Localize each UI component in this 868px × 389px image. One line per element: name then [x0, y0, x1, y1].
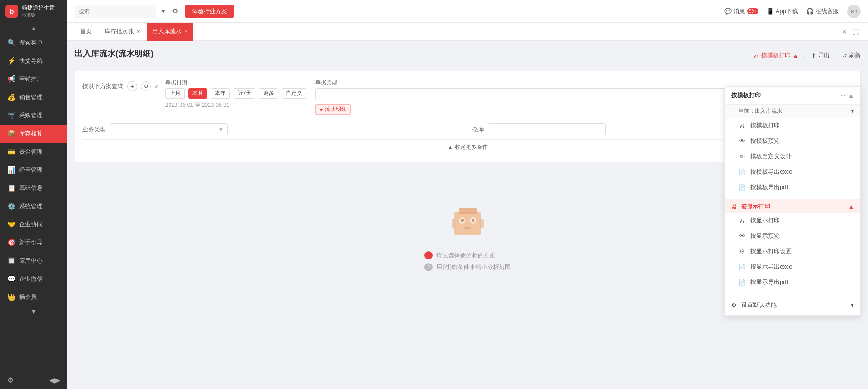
message-label: 消息 — [733, 7, 745, 15]
dp-item-template-print[interactable]: 🖨 按模板打印 — [725, 118, 860, 133]
phone-icon: 📱 — [767, 8, 774, 15]
sidebar-item-label: 搜索菜单 — [19, 39, 43, 47]
dropdown-current-label: 当前：出入库流水 ▾ — [725, 105, 860, 118]
inventory-icon: 📦 — [7, 130, 15, 138]
active-section-label: 🖨 按显示打印 — [731, 203, 770, 211]
topbar-dropdown[interactable]: ▾ — [162, 8, 165, 15]
dp-item-template-design[interactable]: ✏ 模板自定义设计 — [725, 149, 860, 164]
date-btn-last-month[interactable]: 上月 — [165, 88, 185, 99]
dropdown-divider — [725, 197, 860, 197]
svg-rect-8 — [480, 219, 484, 228]
search-icon: 🔍 — [7, 39, 15, 47]
date-btn-7days[interactable]: 近7天 — [234, 88, 256, 99]
dp-item-template-pdf[interactable]: 📄 按模板导出pdf — [725, 180, 860, 195]
collapse-sidebar-icon[interactable]: ◀▶ — [49, 376, 60, 384]
sidebar-item-inventory[interactable]: 📦 库存核算 — [0, 125, 67, 143]
dp-item-label: 按模板预览 — [750, 137, 780, 145]
add-filter-button[interactable]: + — [127, 81, 137, 91]
app-download-item[interactable]: 📱 App下载 — [767, 7, 798, 15]
sidebar-item-guide[interactable]: 🎯 新手引导 — [0, 234, 67, 252]
dp-item-display-preview[interactable]: 👁 按显示预览 — [725, 228, 860, 244]
dp-footer-set-default[interactable]: ⚙ 设置默认功能 ▾ — [731, 298, 854, 312]
sidebar-scroll-down[interactable]: ▼ — [0, 306, 67, 317]
collapse-left-icon[interactable]: « — [155, 83, 158, 90]
sidebar-item-enterprise[interactable]: 🤝 企业协同 — [0, 215, 67, 234]
sidebar-item-system[interactable]: ⚙️ 系统管理 — [0, 197, 67, 215]
sidebar-item-member[interactable]: 👑 畅会员 — [0, 288, 67, 306]
search-input[interactable] — [75, 5, 156, 18]
avatar-text: Rit — [851, 9, 857, 14]
print-template-button[interactable]: 🖨 按模板打印 ▲ — [753, 51, 798, 60]
sidebar-item-wechat[interactable]: 💬 企业微信 — [0, 270, 67, 288]
sidebar-item-search[interactable]: 🔍 搜索菜单 — [0, 34, 67, 52]
close-window-icon[interactable]: ✕ — [840, 27, 849, 36]
tab-close-icon[interactable]: × — [185, 29, 187, 34]
online-service-item[interactable]: 🎧 在线客服 — [806, 7, 839, 15]
refresh-label: 刷新 — [849, 51, 861, 60]
design-icon: ✏ — [738, 153, 746, 160]
sidebar-item-operation[interactable]: 📊 经营管理 — [0, 161, 67, 179]
current-label-arrow: ▾ — [851, 108, 854, 115]
biz-type-select[interactable]: ▾ — [110, 123, 228, 135]
excel-icon-2: 📄 — [738, 263, 746, 270]
refresh-button[interactable]: ↺ 刷新 — [842, 51, 861, 60]
sidebar-item-label: 经营管理 — [19, 166, 43, 174]
sidebar-item-app[interactable]: 🔲 应用中心 — [0, 252, 67, 270]
sidebar-item-label: 采购管理 — [19, 111, 43, 120]
dp-item-template-preview[interactable]: 👁 按模板预览 — [725, 133, 860, 149]
tab-stock-flow[interactable]: 出入库流水 × — [147, 23, 193, 41]
print-template-label: 按模板打印 — [761, 51, 791, 60]
export-button[interactable]: ⬆ 导出 — [811, 51, 830, 60]
filter-settings-button[interactable]: ⚙ — [141, 81, 151, 91]
sidebar-item-label: 畅会员 — [19, 293, 37, 301]
date-btn-custom[interactable]: 自定义 — [282, 88, 306, 99]
dp-item-template-excel[interactable]: 📄 按模板导出excel — [725, 164, 860, 180]
message-item[interactable]: 💬 消息 99+ — [724, 7, 758, 15]
purchase-icon: 🛒 — [7, 111, 15, 120]
print-icon: 🖨 — [753, 52, 759, 59]
biz-select-arrow-icon: ▾ — [219, 126, 223, 133]
tab-batch-account[interactable]: 库存批次账 × — [99, 23, 145, 41]
export-label: 导出 — [818, 51, 830, 60]
date-btn-this-month[interactable]: 本月 — [188, 88, 207, 99]
dp-item-label: 按显示打印 — [750, 216, 780, 224]
sidebar-item-label: 企业微信 — [19, 275, 43, 283]
pdf-icon: 📄 — [738, 184, 746, 191]
dropdown-active-section-header[interactable]: 🖨 按显示打印 ▲ — [725, 199, 860, 213]
dp-item-label: 按显示打印设置 — [750, 247, 792, 255]
step-num-1: 1 — [424, 251, 433, 259]
dropdown-header-right[interactable]: ··· ▲ — [840, 92, 854, 99]
settings-icon[interactable]: ⚙ — [7, 376, 14, 384]
collapse-more-label: 收起更多条件 — [455, 143, 488, 151]
expand-window-icon[interactable]: ⛶ — [851, 27, 861, 36]
gear-icon-footer: ⚙ — [731, 302, 737, 309]
dp-item-display-excel[interactable]: 📄 按显示导出excel — [725, 259, 860, 274]
tab-home[interactable]: 首页 — [75, 23, 97, 41]
date-btn-this-year[interactable]: 本年 — [211, 88, 230, 99]
app-download-label: App下载 — [776, 7, 798, 15]
sidebar-item-finance[interactable]: 💳 资金管理 — [0, 143, 67, 161]
sidebar-item-sales[interactable]: 💰 销售管理 — [0, 88, 67, 106]
biz-type-field: 业务类型 ▾ — [82, 123, 463, 135]
svg-rect-1 — [459, 208, 477, 214]
tab-close-icon[interactable]: × — [137, 29, 140, 34]
warehouse-select[interactable]: ··· — [488, 123, 606, 135]
dp-item-display-setting[interactable]: ⚙ 按显示打印设置 — [725, 244, 860, 259]
date-btn-more[interactable]: 更多 — [259, 88, 278, 99]
dp-item-label: 按模板导出pdf — [750, 183, 788, 191]
user-avatar[interactable]: Rit — [847, 5, 861, 18]
sidebar-item-marketing[interactable]: 📢 营销推广 — [0, 70, 67, 88]
topbar-gear-icon[interactable]: ⚙ — [172, 7, 178, 15]
enterprise-icon: 🤝 — [7, 220, 15, 229]
tab-label: 首页 — [80, 27, 92, 35]
dp-item-display-print[interactable]: 🖨 按显示打印 — [725, 213, 860, 228]
sidebar-scroll-up[interactable]: ▲ — [0, 23, 67, 34]
filter-tag: ● 流水明细 — [315, 104, 350, 115]
sidebar-item-basic[interactable]: 📋 基础信息 — [0, 179, 67, 197]
sidebar-item-shortcut[interactable]: ⚡ 快捷导航 — [0, 52, 67, 70]
dp-item-display-pdf[interactable]: 📄 按显示导出pdf — [725, 274, 860, 290]
industry-solution-button[interactable]: 体验行业方案 — [185, 5, 234, 18]
page-title: 出入库流水(流水明细) — [75, 48, 154, 59]
search-field-group: 单据日期 上月 本月 本年 近7天 更多 自定义 2023-06-01 至 20… — [165, 79, 818, 115]
sidebar-item-purchase[interactable]: 🛒 采购管理 — [0, 106, 67, 125]
